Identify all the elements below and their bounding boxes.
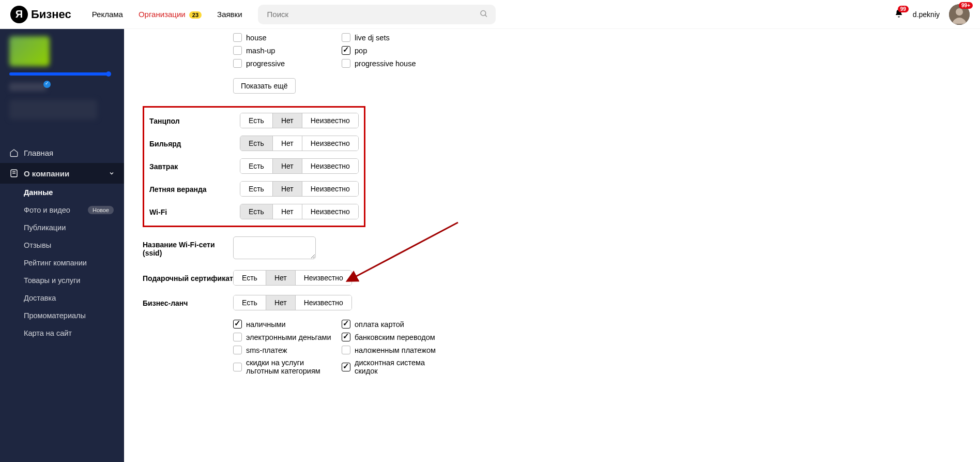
seg-option-no[interactable]: Нет <box>272 113 302 128</box>
seg-option-unknown[interactable]: Неизвестно <box>302 159 358 173</box>
seg-option-yes[interactable]: Есть <box>240 204 272 219</box>
seg-option-yes[interactable]: Есть <box>240 182 272 196</box>
new-badge: Новое <box>88 206 114 214</box>
username[interactable]: d.pekniy <box>913 10 940 19</box>
checkbox-box-icon <box>342 363 350 371</box>
seg-option-no[interactable]: Нет <box>272 136 302 151</box>
sidebar-item-about[interactable]: О компании <box>0 163 124 184</box>
sidebar-item-label: Фото и видео <box>24 206 70 214</box>
checkbox[interactable]: progressive <box>233 59 331 68</box>
checkbox[interactable]: house <box>233 33 331 42</box>
field-label-gift: Подарочный сертификат <box>143 270 233 282</box>
checkbox[interactable]: банковским переводом <box>342 333 440 341</box>
seg-option-yes[interactable]: Есть <box>234 295 266 310</box>
seg-option-unknown[interactable]: Неизвестно <box>295 271 351 285</box>
nav-orgs[interactable]: Организации 23 <box>139 10 202 19</box>
checkbox-box-icon <box>233 46 242 55</box>
checkbox[interactable]: оплата картой <box>342 320 440 329</box>
seg-option-yes[interactable]: Есть <box>234 271 266 285</box>
segmented-control: ЕстьНетНеизвестно <box>233 270 352 286</box>
sidebar-sub-reviews[interactable]: Отзывы <box>7 236 124 254</box>
chevron-down-icon <box>109 169 115 178</box>
checkbox[interactable]: наличными <box>233 320 331 329</box>
checkbox-box-icon <box>233 363 242 371</box>
main-content: housemash-upprogressivelive dj setspoppr… <box>124 24 980 462</box>
field-label-lunch: Бизнес-ланч <box>143 295 233 307</box>
nav-ads[interactable]: Реклама <box>92 10 123 19</box>
seg-option-no[interactable]: Нет <box>272 204 302 219</box>
document-icon <box>9 169 19 178</box>
checkbox-label: наложенным платежом <box>355 346 436 354</box>
field-label-ssid: Название Wi-Fi-сети (ssid) <box>143 236 233 257</box>
orgs-count-badge: 23 <box>189 11 202 19</box>
checkbox-box-icon <box>342 46 350 55</box>
checkbox[interactable]: электронными деньгами <box>233 333 331 341</box>
sidebar-sub-delivery[interactable]: Доставка <box>7 289 124 307</box>
checkbox-box-icon <box>233 333 242 341</box>
home-icon <box>9 148 19 157</box>
checkbox-box-icon <box>342 33 350 42</box>
sidebar-sub-posts[interactable]: Публикации <box>7 219 124 236</box>
field-label-breakfast: Завтрак <box>149 158 240 171</box>
seg-option-unknown[interactable]: Неизвестно <box>302 136 358 151</box>
checkbox-box-icon <box>233 320 242 329</box>
sidebar-sub-media[interactable]: Фото и видео Новое <box>7 201 124 219</box>
seg-option-yes[interactable]: Есть <box>240 136 272 151</box>
seg-option-no[interactable]: Нет <box>272 159 302 173</box>
checkbox[interactable]: sms-платеж <box>233 346 331 354</box>
sidebar: Главная О компании Данные Фото и видео Н… <box>0 29 124 462</box>
avatar-button[interactable]: 99+ <box>949 4 970 25</box>
avatar-badge: 99+ <box>959 2 973 9</box>
show-more-button[interactable]: Показать ещё <box>233 78 296 94</box>
logo[interactable]: Я Бизнес <box>10 6 71 23</box>
segmented-control: ЕстьНетНеизвестно <box>233 295 352 310</box>
sidebar-sub-promo[interactable]: Промоматериалы <box>7 307 124 324</box>
seg-option-unknown[interactable]: Неизвестно <box>302 204 358 219</box>
seg-option-no[interactable]: Нет <box>266 295 295 310</box>
checkbox[interactable]: скидки на услуги льготным категориям <box>233 359 331 375</box>
sidebar-sub-data[interactable]: Данные <box>7 184 124 201</box>
sidebar-item-label: Публикации <box>24 223 66 232</box>
segmented-control: ЕстьНетНеизвестно <box>240 136 359 151</box>
notifications-button[interactable]: 99 <box>894 9 904 20</box>
checkbox[interactable]: progressive house <box>342 59 440 68</box>
checkbox[interactable]: mash-up <box>233 46 331 55</box>
search-input[interactable] <box>258 5 496 24</box>
checkbox-label: house <box>246 34 267 42</box>
org-thumbnail[interactable] <box>9 36 50 66</box>
logo-text: Бизнес <box>31 8 71 21</box>
checkbox[interactable]: дисконтная система скидок <box>342 359 440 375</box>
checkbox[interactable]: live dj sets <box>342 33 440 42</box>
field-label-veranda: Летняя веранда <box>149 181 240 193</box>
checkbox-label: банковским переводом <box>355 333 435 341</box>
checkbox-label: скидки на услуги льготным категориям <box>246 359 331 375</box>
header-right: 99 d.pekniy 99+ <box>894 4 970 25</box>
checkbox-box-icon <box>342 320 350 329</box>
segmented-control: ЕстьНетНеизвестно <box>240 181 359 197</box>
nav-requests[interactable]: Заявки <box>217 10 242 19</box>
sidebar-item-label: Отзывы <box>24 241 51 249</box>
ssid-input[interactable] <box>233 236 316 259</box>
sidebar-sub-rating[interactable]: Рейтинг компании <box>7 254 124 272</box>
payment-checkboxes: наличнымиэлектронными деньгамиsms-платеж… <box>233 320 440 375</box>
sidebar-submenu: Данные Фото и видео Новое Публикации Отз… <box>0 184 124 342</box>
sidebar-sub-map[interactable]: Карта на сайт <box>7 324 124 342</box>
seg-option-unknown[interactable]: Неизвестно <box>302 113 358 128</box>
field-label-billiards: Бильярд <box>149 136 240 148</box>
checkbox-box-icon <box>342 333 350 341</box>
checkbox[interactable]: наложенным платежом <box>342 346 440 354</box>
top-nav: Реклама Организации 23 Заявки <box>92 10 242 19</box>
seg-option-yes[interactable]: Есть <box>240 113 272 128</box>
sidebar-item-home[interactable]: Главная <box>0 142 124 163</box>
seg-option-yes[interactable]: Есть <box>240 159 272 173</box>
seg-option-unknown[interactable]: Неизвестно <box>302 182 358 196</box>
seg-option-no[interactable]: Нет <box>266 271 295 285</box>
seg-option-no[interactable]: Нет <box>272 182 302 196</box>
checkbox[interactable]: pop <box>342 46 440 55</box>
completion-progress <box>9 72 110 76</box>
checkbox-label: progressive house <box>355 59 416 68</box>
sidebar-sub-goods[interactable]: Товары и услуги <box>7 272 124 289</box>
field-label-wifi: Wi-Fi <box>149 204 240 216</box>
seg-option-unknown[interactable]: Неизвестно <box>295 295 351 310</box>
sidebar-item-label: Данные <box>24 188 53 197</box>
